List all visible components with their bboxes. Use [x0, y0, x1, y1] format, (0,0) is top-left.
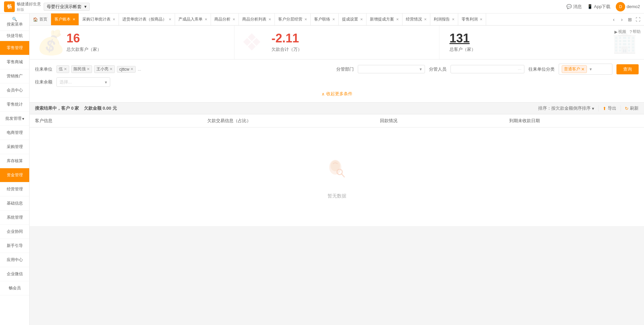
tab-scroll-left[interactable]: ‹ — [610, 16, 617, 23]
sidebar-item-retail-store[interactable]: 零售商城 — [0, 55, 29, 69]
export-button[interactable]: ⬆ 导出 — [603, 105, 616, 111]
tab-customer-contact[interactable]: 客户联络 ✕ — [311, 13, 339, 25]
logo-text: 畅捷通好生意 标版 — [17, 1, 41, 12]
tab-expand[interactable]: ⊞ — [627, 16, 633, 23]
tab-scroll-right[interactable]: › — [618, 16, 625, 23]
sidebar-item-enterprise[interactable]: 企业协同 — [0, 225, 29, 239]
company-select[interactable]: 母婴行业演示帐套 ▾ — [44, 3, 90, 11]
tab-inbound-stat[interactable]: 进货单统计表（按商品） ✕ — [119, 13, 175, 25]
tab-retail-profit[interactable]: 零售利润 ✕ — [458, 13, 486, 25]
tab-purchase-order[interactable]: 采购订单统计表 ✕ — [79, 13, 119, 25]
tab-boost-settings[interactable]: 提成设置 ✕ — [339, 13, 367, 25]
app-download-button[interactable]: 📱 App下载 — [587, 4, 610, 10]
person-dots-icon[interactable]: ··· — [518, 67, 521, 72]
tab-close-product-inbound[interactable]: ✕ — [205, 17, 207, 21]
tab-close-biz-status[interactable]: ✕ — [424, 17, 427, 21]
tab-close-customer-contact[interactable]: ✕ — [332, 17, 335, 21]
sidebar-item-retail[interactable]: 零售管理 — [0, 41, 29, 55]
sidebar-item-finance[interactable]: 资金管理 — [0, 168, 29, 182]
filter-select-balance[interactable]: 选择... ▾ — [56, 77, 110, 87]
video-help-button[interactable]: ▶ 视频 — [614, 29, 626, 35]
remove-tag-2[interactable]: ✕ — [110, 67, 113, 71]
sidebar-item-system[interactable]: 系统管理 — [0, 211, 29, 225]
tab-biz-status[interactable]: 经营情况 ✕ — [402, 13, 430, 25]
sidebar-item-basic[interactable]: 基础信息 — [0, 196, 29, 211]
tab-customer-seg[interactable]: 客户分层经营 ✕ — [275, 13, 311, 25]
filter-tag-3[interactable]: cjttcw ✕ — [117, 66, 136, 73]
help-button[interactable]: ? 帮助 — [630, 29, 641, 35]
tab-product-list[interactable]: 商品分析列表 ✕ — [239, 13, 275, 25]
sidebar-item-purchase[interactable]: 采购管理 — [0, 140, 29, 154]
quick-nav-button[interactable]: 快捷导航 — [0, 31, 29, 41]
remove-tag-0[interactable]: ✕ — [64, 67, 67, 71]
tab-close-inbound-stat[interactable]: ✕ — [169, 17, 171, 21]
remove-unit-class-tag[interactable]: ✕ — [581, 67, 585, 72]
sidebar-item-wechat[interactable]: 企业微信 — [0, 267, 29, 281]
tab-close-boost-settings[interactable]: ✕ — [360, 17, 363, 21]
col-header-2: 回款情况 — [380, 118, 509, 124]
query-button[interactable]: 查询 — [616, 64, 639, 74]
tab-close-new-boost[interactable]: ✕ — [396, 17, 399, 21]
sidebar-item-marketing[interactable]: 营销推广 — [0, 69, 29, 83]
stat-total-debt: ❖ -2.11 欠款合计（万） — [234, 26, 439, 59]
tab-product-inbound[interactable]: 产成品入库单 ✕ — [175, 13, 211, 25]
filter-input-person[interactable]: ··· — [450, 65, 524, 73]
filter-row-units: 往来单位 伍 ✕ 陈民强 ✕ 王小亮 ✕ — [35, 64, 639, 75]
message-icon: 💬 — [566, 4, 572, 9]
remove-tag-3[interactable]: ✕ — [130, 67, 133, 71]
tab-home[interactable]: 🏠 首页 — [30, 13, 51, 25]
tab-close-product-analysis[interactable]: ✕ — [232, 17, 235, 21]
tab-close-purchase-order[interactable]: ✕ — [113, 17, 115, 21]
chevron-down-icon: ▾ — [84, 4, 87, 9]
tab-close-profit-report[interactable]: ✕ — [452, 17, 455, 21]
filter-tags-units: 伍 ✕ 陈民强 ✕ 王小亮 ✕ cjttcw ✕ — [56, 65, 332, 73]
topbar: 畅 畅捷通好生意 标版 母婴行业演示帐套 ▾ 💬 消息 📱 App下载 D de… — [0, 0, 644, 13]
page-content: 💰 16 总欠款客户（家） ❖ -2.11 欠款合计（万） 🏢 1 — [30, 26, 644, 325]
collapse-button[interactable]: ∧ 收起更多条件 — [35, 89, 639, 98]
unit-class-tag[interactable]: 普通客户 ✕ — [562, 65, 587, 73]
tab-product-analysis[interactable]: 商品分析 ✕ — [211, 13, 239, 25]
stats-bar: 💰 16 总欠款客户（家） ❖ -2.11 欠款合计（万） 🏢 1 — [30, 26, 644, 60]
unit-class-arrow-icon: ▾ — [590, 67, 592, 72]
filter-area: 往来单位 伍 ✕ 陈民强 ✕ 王小亮 ✕ — [30, 60, 644, 103]
sidebar-item-retail-stat[interactable]: 零售统计 — [0, 98, 29, 112]
svg-line-3 — [342, 174, 344, 177]
sidebar-item-wholesale[interactable]: 批发管理 ▾ — [0, 112, 29, 126]
user-menu[interactable]: D demo2 — [616, 2, 640, 11]
sidebar-item-vip[interactable]: 畅会员 — [0, 281, 29, 295]
empty-state: 暂无数据 — [30, 128, 644, 226]
filter-select-unit-class[interactable]: 普通客户 ✕ ▾ — [559, 64, 612, 75]
sidebar-item-member[interactable]: 会员中心 — [0, 83, 29, 98]
filter-select-dept[interactable]: ▾ — [358, 65, 425, 73]
result-actions: 排序：按欠款金额倒序排序 ▾ ⬆ 导出 ↻ 刷新 — [538, 105, 639, 111]
filter-tag-1[interactable]: 陈民强 ✕ — [71, 65, 92, 73]
stat-help-area: ▶ 视频 ? 帮助 — [614, 29, 641, 35]
tab-close-customer-seg[interactable]: ✕ — [304, 17, 307, 21]
sidebar-item-ecommerce[interactable]: 电商管理 — [0, 126, 29, 140]
tab-fullscreen[interactable]: ⛶ — [635, 16, 641, 23]
stat-all-customers: 🏢 131 总客户（家） ▶ 视频 ? 帮助 — [439, 26, 644, 59]
sidebar-item-operation[interactable]: 经营管理 — [0, 182, 29, 196]
refresh-button[interactable]: ↻ 刷新 — [625, 105, 639, 111]
sidebar-item-newbie[interactable]: 新手引导 — [0, 239, 29, 253]
filter-more-button[interactable]: ... — [138, 67, 141, 72]
message-button[interactable]: 💬 消息 — [566, 4, 582, 10]
stat-icon-debt: ❖ — [241, 29, 262, 56]
sidebar-item-inventory[interactable]: 库存核算 — [0, 154, 29, 168]
tab-new-boost[interactable]: 新增提成方案 ✕ — [367, 13, 402, 25]
tab-close-retail-profit[interactable]: ✕ — [480, 17, 482, 21]
result-info: 搜索结果中，客户 0 家 欠款金额 0.00 元 — [35, 105, 117, 111]
sidebar-item-appstore[interactable]: 应用中心 — [0, 253, 29, 267]
filter-row-balance: 往来余额 选择... ▾ — [35, 77, 639, 87]
search-menu-button[interactable]: 🔍 搜索菜单 — [0, 13, 29, 31]
tab-profit-report[interactable]: 利润报告 ✕ — [430, 13, 458, 25]
filter-tag-2[interactable]: 王小亮 ✕ — [94, 65, 115, 73]
table-header: 客户信息 欠款交易信息（占比） 回款情况 到期未收款日期 — [30, 114, 644, 128]
filter-tag-0[interactable]: 伍 ✕ — [56, 65, 69, 73]
remove-tag-1[interactable]: ✕ — [87, 67, 90, 71]
tab-accounts[interactable]: 客户账本 ✕ — [51, 13, 79, 25]
tab-close-accounts[interactable]: ✕ — [73, 17, 75, 21]
sort-selector[interactable]: 排序：按欠款金额倒序排序 ▾ — [538, 105, 594, 111]
main-layout: 🔍 搜索菜单 快捷导航 零售管理 零售商城 营销推广 会员中心 零售统计 批发管… — [0, 13, 644, 325]
tab-close-product-list[interactable]: ✕ — [268, 17, 271, 21]
